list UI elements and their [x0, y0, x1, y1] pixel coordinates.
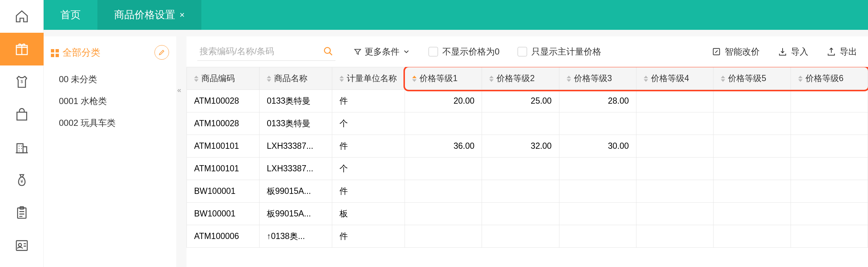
- cell-price[interactable]: [559, 158, 636, 180]
- cell-price[interactable]: [482, 158, 559, 180]
- cell-price[interactable]: [636, 203, 713, 225]
- cell-price[interactable]: [405, 158, 482, 180]
- table-row[interactable]: ATM100101LXH33387...个: [187, 158, 868, 180]
- column-header[interactable]: 价格等级2: [482, 67, 559, 90]
- rail-contact[interactable]: [0, 229, 44, 262]
- column-header[interactable]: 价格等级4: [636, 67, 713, 90]
- column-header[interactable]: 价格等级3: [559, 67, 636, 90]
- cell-price[interactable]: 28.00: [559, 90, 636, 112]
- import-button[interactable]: 导入: [778, 46, 808, 57]
- collapse-tree-handle[interactable]: «: [174, 83, 184, 97]
- cell-price[interactable]: [714, 225, 791, 248]
- smart-change-button[interactable]: 智能改价: [712, 46, 760, 57]
- grid-icon: [51, 48, 59, 56]
- tree-item[interactable]: 00 未分类: [51, 68, 169, 90]
- cell-price[interactable]: 25.00: [482, 90, 559, 112]
- cell-price[interactable]: [405, 180, 482, 203]
- search-input[interactable]: [197, 43, 335, 61]
- cell-price[interactable]: [791, 112, 868, 135]
- rail-bag[interactable]: [0, 98, 44, 131]
- rail-building[interactable]: [0, 131, 44, 164]
- cell-price[interactable]: [559, 180, 636, 203]
- tree-item[interactable]: 0002 玩具车类: [51, 112, 169, 134]
- column-header[interactable]: 计量单位名称: [332, 67, 405, 90]
- edit-category-button[interactable]: [154, 45, 169, 60]
- cell-price[interactable]: [791, 90, 868, 112]
- cell-price[interactable]: [636, 180, 713, 203]
- cell-price[interactable]: [482, 203, 559, 225]
- table-row[interactable]: BW100001板99015A...板: [187, 203, 868, 225]
- column-label: 商品编码: [201, 73, 235, 83]
- cell-price[interactable]: [714, 135, 791, 158]
- cell-price[interactable]: [791, 135, 868, 158]
- category-tree: 全部分类 00 未分类 0001 水枪类 0002 玩具车类 «: [44, 36, 176, 267]
- cell-price[interactable]: [791, 225, 868, 248]
- cell-price[interactable]: [791, 158, 868, 180]
- cell-price[interactable]: [714, 112, 791, 135]
- cell-price[interactable]: [636, 112, 713, 135]
- cell-price[interactable]: [559, 203, 636, 225]
- cell-price[interactable]: 20.00: [405, 90, 482, 112]
- cell-price[interactable]: [636, 90, 713, 112]
- bag-icon: [15, 107, 29, 122]
- tree-item[interactable]: 0001 水枪类: [51, 90, 169, 112]
- cell-price[interactable]: [714, 90, 791, 112]
- column-header[interactable]: 价格等级1: [405, 67, 482, 90]
- cell-price[interactable]: [405, 112, 482, 135]
- column-header[interactable]: 商品名称: [260, 67, 332, 90]
- cell-price[interactable]: [559, 112, 636, 135]
- rail-shirt[interactable]: $: [0, 65, 44, 98]
- tab-active-label: 商品价格设置: [114, 8, 175, 22]
- search-icon: [323, 46, 333, 56]
- cell-price[interactable]: [482, 225, 559, 248]
- table-row[interactable]: ATM100006↑0138奥...件: [187, 225, 868, 248]
- cell-text: 件: [332, 135, 405, 158]
- cell-price[interactable]: [405, 203, 482, 225]
- hide-zero-checkbox[interactable]: 不显示价格为0: [429, 46, 499, 57]
- cell-price[interactable]: [636, 225, 713, 248]
- import-icon: [778, 47, 787, 56]
- tab-price-settings[interactable]: 商品价格设置 ×: [97, 0, 201, 30]
- cell-price[interactable]: [791, 180, 868, 203]
- export-button[interactable]: 导出: [827, 46, 857, 57]
- cell-price[interactable]: [405, 225, 482, 248]
- only-main-unit-checkbox[interactable]: 只显示主计量价格: [518, 46, 601, 57]
- nav-rail: $ ¥: [0, 0, 44, 267]
- column-header[interactable]: 商品编码: [187, 67, 260, 90]
- cell-price[interactable]: [482, 112, 559, 135]
- close-icon[interactable]: ×: [180, 10, 185, 20]
- column-label: 价格等级2: [497, 73, 535, 83]
- column-label: 价格等级1: [419, 73, 458, 83]
- table-row[interactable]: BW100001板99015A...件: [187, 180, 868, 203]
- column-header[interactable]: 价格等级6: [791, 67, 868, 90]
- table-row[interactable]: ATM100101LXH33387...件36.0032.0030.00: [187, 135, 868, 158]
- svg-rect-11: [56, 49, 59, 52]
- cell-price[interactable]: [714, 158, 791, 180]
- cell-price[interactable]: [559, 225, 636, 248]
- rail-clipboard[interactable]: [0, 196, 44, 229]
- edit-icon: [712, 47, 721, 56]
- cell-text: 0133奥特曼: [260, 90, 332, 112]
- rail-gift[interactable]: [0, 33, 44, 65]
- svg-point-9: [18, 243, 21, 246]
- cell-price[interactable]: [714, 203, 791, 225]
- svg-rect-12: [51, 54, 54, 57]
- cell-price[interactable]: 30.00: [559, 135, 636, 158]
- cell-price[interactable]: [791, 203, 868, 225]
- cell-price[interactable]: [482, 180, 559, 203]
- more-filters-button[interactable]: 更多条件: [354, 46, 410, 57]
- cell-price[interactable]: 32.00: [482, 135, 559, 158]
- hide-zero-label: 不显示价格为0: [442, 46, 499, 57]
- table-row[interactable]: ATM1000280133奥特曼个: [187, 112, 868, 135]
- tab-home[interactable]: 首页: [44, 0, 97, 30]
- cell-price[interactable]: 36.00: [405, 135, 482, 158]
- table-row[interactable]: ATM1000280133奥特曼件20.0025.0028.00: [187, 90, 868, 112]
- cell-price[interactable]: [636, 158, 713, 180]
- column-label: 价格等级5: [728, 73, 766, 83]
- rail-home[interactable]: [0, 0, 44, 33]
- export-label: 导出: [840, 46, 857, 57]
- cell-price[interactable]: [636, 135, 713, 158]
- column-header[interactable]: 价格等级5: [714, 67, 791, 90]
- cell-price[interactable]: [714, 180, 791, 203]
- rail-money[interactable]: ¥: [0, 164, 44, 196]
